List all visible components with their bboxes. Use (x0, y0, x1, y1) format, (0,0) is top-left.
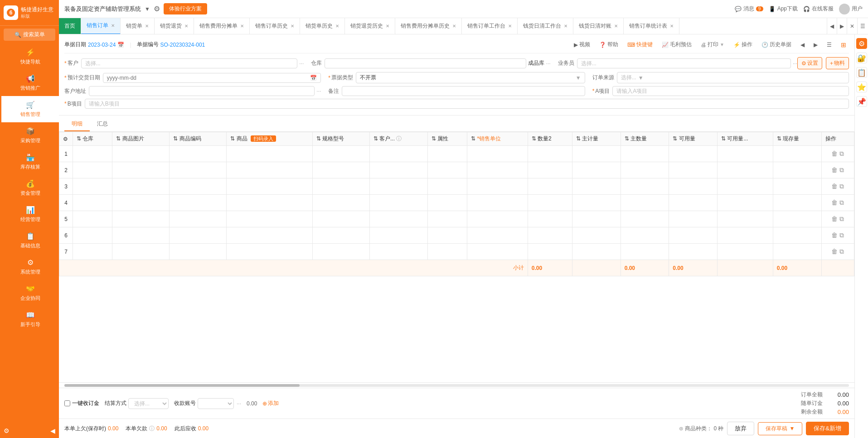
sidebar-collapse-button[interactable]: ◀ (50, 427, 55, 434)
horizontal-scrollbar[interactable] (59, 382, 854, 388)
tab-sales-history[interactable]: 销售订单历史 ✕ (250, 18, 300, 34)
tab-sales-order[interactable]: 销售订单 ✕ (81, 18, 121, 34)
row-1-spec[interactable] (312, 146, 369, 162)
online-service-button[interactable]: 🎧 在线客服 (803, 5, 834, 13)
print-button[interactable]: 🖨 打印 ▼ (698, 40, 727, 49)
row-1-available2[interactable] (718, 146, 773, 162)
solution-button[interactable]: 体验行业方案 (164, 3, 207, 14)
business-input[interactable] (577, 58, 791, 68)
row-1-main-qty[interactable] (621, 146, 669, 162)
detail-tab-summary[interactable]: 汇总 (90, 118, 115, 131)
search-menu-button[interactable]: 🔍 搜索菜单 (4, 29, 55, 41)
row-2-copy-icon[interactable]: ⧉ (839, 166, 844, 174)
tab-close-expense-history[interactable]: ✕ (452, 24, 456, 29)
right-panel-icon-3[interactable]: 📋 (856, 67, 867, 78)
list-view-button[interactable]: ☰ (824, 41, 834, 49)
sidebar-search-area[interactable]: 🔍 搜索菜单 (0, 26, 59, 43)
col-image-header[interactable]: ⇅ 商品图片 (112, 132, 170, 146)
sidebar-settings-button[interactable]: ⚙ (4, 427, 10, 434)
view-video-button[interactable]: ▶ 视频 (571, 40, 593, 49)
tab-close-all[interactable]: ✕ (847, 18, 857, 34)
quick-payment-checkbox-label[interactable]: 一键收订金 (64, 399, 99, 407)
history-doc-button[interactable]: 🕐 历史单据 (759, 40, 794, 49)
quick-payment-checkbox[interactable] (64, 400, 70, 406)
tab-close-workbench[interactable]: ✕ (508, 24, 512, 29)
customer-more-button[interactable]: ··· (299, 60, 304, 67)
sidebar-item-system[interactable]: ⚙ 系统管理 (0, 254, 59, 280)
col-attr-header[interactable]: ⇅ 属性 (427, 132, 467, 146)
sidebar-item-marketing[interactable]: 📢 营销推广 (0, 70, 59, 96)
sidebar-item-sales[interactable]: 🛒 销售管理 (0, 96, 59, 122)
tab-close-return-history[interactable]: ✕ (386, 24, 389, 29)
tab-invoice-history[interactable]: 销货单历史 ✕ (300, 18, 345, 34)
row-1-image[interactable] (112, 146, 170, 162)
sidebar-item-inventory[interactable]: 🏪 库存核算 (0, 149, 59, 175)
col-spec-header[interactable]: ⇅ 规格型号 (312, 132, 369, 146)
tab-close-sales-stats[interactable]: ✕ (670, 24, 674, 29)
prev-page-button[interactable]: ◀ (798, 41, 807, 49)
sidebar-item-guide[interactable]: 📖 新手引导 (0, 306, 59, 332)
col-stock-header[interactable]: ⇅ 现存量 (773, 132, 821, 146)
b-project-input[interactable] (85, 99, 849, 109)
row-1-customer[interactable] (369, 146, 427, 162)
tab-sales-workbench[interactable]: 销售订单工作台 ✕ (462, 18, 518, 34)
tab-arrow-right[interactable]: ▶ (837, 18, 847, 34)
tab-home[interactable]: 首页 (59, 18, 81, 34)
row-1-main-unit[interactable] (572, 146, 621, 162)
scan-entry-badge[interactable]: 扫码录入 (251, 135, 276, 142)
col-warehouse-header[interactable]: ⇅ 仓库 (73, 132, 112, 146)
row-7-copy-icon[interactable]: ⧉ (839, 248, 844, 255)
a-project-input[interactable] (612, 86, 849, 96)
row-1-unit[interactable] (467, 146, 528, 162)
sidebar-item-finance[interactable]: 💰 资金管理 (0, 175, 59, 201)
sidebar-item-basic-info[interactable]: 📋 基础信息 (0, 227, 59, 254)
sidebar-item-management[interactable]: 📊 经营管理 (0, 201, 59, 227)
sidebar-item-enterprise[interactable]: 🤝 企业协同 (0, 280, 59, 306)
operate-button[interactable]: ⚡ 操作 (731, 40, 755, 49)
topbar-settings-button[interactable]: ⚙ (154, 5, 160, 13)
row-5-delete-icon[interactable]: 🗑 (831, 215, 838, 223)
row-1-available[interactable] (669, 146, 718, 162)
tab-sales-stats[interactable]: 销售订单统计表 ✕ (624, 18, 679, 34)
delivery-date-input-wrapper[interactable]: 📅 (103, 73, 321, 83)
tab-cash-reconcile[interactable]: 钱货日清对账 ✕ (573, 18, 624, 34)
row-1-attr[interactable] (427, 146, 467, 162)
col-available-header[interactable]: ⇅ 可用量 (669, 132, 718, 146)
row-4-delete-icon[interactable]: 🗑 (831, 199, 838, 207)
save-new-button[interactable]: 保存&新增 (806, 422, 849, 435)
tab-sales-return[interactable]: 销货退货 ✕ (155, 18, 194, 34)
col-qty2-header[interactable]: ⇅ 数量2 (528, 132, 572, 146)
col-customer-header[interactable]: ⇅ 客户... ⓘ (369, 132, 427, 146)
remarks-input[interactable] (342, 86, 585, 96)
row-1-code[interactable] (170, 146, 227, 162)
settings-action-button[interactable]: ⚙ 设置 (797, 57, 822, 69)
profit-button[interactable]: 📈 毛利预估 (659, 40, 694, 49)
right-panel-icon-4[interactable]: ⭐ (856, 82, 867, 92)
detail-tab-detail[interactable]: 明细 (64, 118, 90, 131)
customer-address-input[interactable] (89, 86, 315, 96)
tab-close-cash-daily[interactable]: ✕ (564, 24, 567, 29)
sidebar-item-quick[interactable]: ⚡ 快捷导航 (0, 43, 59, 70)
row-1-qty2[interactable] (528, 146, 572, 162)
tab-close-cash-reconcile[interactable]: ✕ (614, 24, 618, 29)
business-more-button[interactable]: ··· (793, 60, 797, 67)
row-6-delete-icon[interactable]: 🗑 (831, 231, 838, 239)
new-doc-button[interactable]: ⊞ (838, 40, 849, 49)
row-3-delete-icon[interactable]: 🗑 (831, 183, 838, 190)
col-unit-header[interactable]: ⇅ *销售单位 (467, 132, 528, 146)
col-available2-header[interactable]: ⇅ 可用量... (718, 132, 773, 146)
warehouse-input[interactable] (325, 58, 526, 68)
sidebar-item-purchase[interactable]: 📦 采购管理 (0, 122, 59, 149)
user-menu-button[interactable]: 用户 (839, 4, 863, 14)
tab-close-sales-order[interactable]: ✕ (111, 23, 115, 28)
help-button[interactable]: ❓ 帮助 (596, 40, 621, 49)
right-panel-icon-1[interactable]: ⚙ (856, 38, 867, 49)
app-download-button[interactable]: 📱 App下载 (769, 5, 798, 13)
abandon-button[interactable]: 放弃 (727, 422, 754, 435)
add-material-button[interactable]: + 物料 (826, 57, 849, 69)
row-5-copy-icon[interactable]: ⧉ (839, 215, 844, 223)
warehouse-more-button[interactable]: ··· (546, 60, 551, 67)
save-draft-button[interactable]: 保存草稿 ▼ (758, 422, 802, 435)
row-1-delete-icon[interactable]: 🗑 (831, 150, 838, 158)
tab-expense-history[interactable]: 销售费用分摊单历史 ✕ (395, 18, 462, 34)
